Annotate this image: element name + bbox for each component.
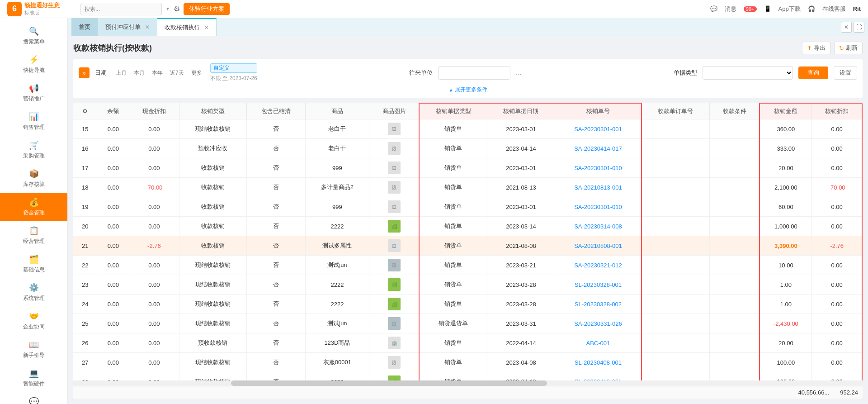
doc-number-link[interactable]: SA-20230301-001: [574, 126, 622, 133]
cell-5: 2222: [306, 217, 369, 236]
cell-2: 0.00: [129, 275, 179, 295]
sidebar-item-0[interactable]: 🔍搜索菜单: [0, 22, 67, 50]
sidebar-item-6[interactable]: 💰资金管理: [0, 193, 67, 221]
table-row: 160.000.00预收冲应收否老白干🖼销货单2023-04-14SA-2023…: [73, 139, 862, 158]
sidebar-item-11[interactable]: 📖新手引导: [0, 335, 67, 364]
sidebar-item-10[interactable]: 🤝企业协同: [0, 307, 67, 335]
table-scroll[interactable]: ⚙余额现金折扣核销类型包含已结清商品商品图片核销单据类型核销单据日期核销单号收款…: [73, 103, 863, 380]
cell-8: 2023-03-01: [487, 119, 555, 139]
online-service-label[interactable]: 在线客服: [822, 5, 846, 13]
sidebar-item-13[interactable]: 💬企业微信: [0, 392, 67, 404]
message-badge: 99+: [744, 6, 757, 12]
doc-number-link[interactable]: SA-20230331-026: [574, 320, 622, 327]
sidebar-item-2[interactable]: 📢营销推广: [0, 79, 67, 107]
cell-12: -2,430.00: [760, 314, 811, 333]
cell-2: 0.00: [129, 314, 179, 333]
product-image-thumb: 🖼: [388, 239, 401, 252]
message-label[interactable]: 消息: [725, 5, 736, 13]
sidebar-label-4: 采购管理: [23, 152, 45, 160]
tab-bar: 首页预付冲应付单✕收款核销执行✕ ✕ ⛶: [68, 18, 868, 36]
tab-close-1[interactable]: ✕: [145, 24, 150, 30]
doc-number-link[interactable]: SA-20230414-017: [574, 145, 622, 152]
date-options: 上月本月本年近7天更多: [113, 68, 205, 78]
doc-type-select[interactable]: [703, 66, 793, 80]
from-unit-input[interactable]: [438, 66, 510, 80]
sidebar-item-12[interactable]: 💻智能硬件: [0, 364, 67, 392]
doc-number-link[interactable]: SA-20230321-012: [574, 262, 622, 269]
tab-close-2[interactable]: ✕: [204, 24, 209, 31]
sidebar-item-3[interactable]: 📊销售管理: [0, 107, 67, 136]
gear-icon[interactable]: ⚙: [174, 5, 180, 13]
cell-11: [709, 275, 760, 295]
doc-number-link[interactable]: ABC-001: [586, 340, 610, 347]
doc-number-link[interactable]: SA-20230301-010: [574, 204, 622, 210]
cell-3: 预收款核销: [179, 333, 247, 353]
cell-1: 0.00: [97, 178, 129, 197]
cell-6: 🟩: [369, 295, 419, 314]
cell-11: [709, 217, 760, 236]
cell-9: SA-20230301-010: [555, 158, 642, 178]
date-option-4[interactable]: 更多: [189, 68, 205, 78]
doc-number-link[interactable]: SL-20230408-001: [575, 359, 622, 366]
sidebar-item-9[interactable]: ⚙️系统管理: [0, 278, 67, 307]
sidebar-item-4[interactable]: 🛒采购管理: [0, 136, 67, 164]
cell-12: 60.00: [760, 197, 811, 217]
cell-3: 现结收款核销: [179, 295, 247, 314]
cell-3: 收款核销: [179, 178, 247, 197]
product-image-thumb: 🟩: [388, 298, 401, 310]
cell-9: SA-20230414-017: [555, 139, 642, 158]
online-service-icon: 🎧: [808, 5, 815, 12]
app-download-label[interactable]: App下载: [778, 5, 801, 13]
logo-text: 畅捷通好生意 标准版: [24, 1, 60, 16]
cell-12: 1,000.00: [760, 217, 811, 236]
dropdown-arrow-icon[interactable]: ▼: [165, 6, 170, 11]
export-button[interactable]: ⬆ 导出: [802, 42, 830, 54]
sidebar-item-5[interactable]: 📦库存核算: [0, 164, 67, 193]
tab-item-0[interactable]: 首页: [71, 18, 98, 36]
sidebar-item-8[interactable]: 🗂️基础信息: [0, 250, 67, 278]
date-option-0[interactable]: 上月: [113, 68, 129, 78]
cell-11: [709, 178, 760, 197]
date-option-1[interactable]: 本月: [131, 68, 147, 78]
export-icon: ⬆: [807, 45, 812, 52]
sidebar-item-1[interactable]: ⚡快捷导航: [0, 50, 67, 79]
cell-12: 2,100.00: [760, 178, 811, 197]
query-button[interactable]: 查询: [798, 67, 828, 79]
top-search-input[interactable]: [80, 3, 162, 15]
date-option-3[interactable]: 近7天: [167, 68, 187, 78]
cell-11: [709, 353, 760, 372]
cell-4: 否: [247, 236, 306, 256]
doc-number-link[interactable]: SA-20230314-008: [574, 223, 622, 230]
doc-number-link[interactable]: SA-20230301-010: [574, 165, 622, 171]
fullscreen-button[interactable]: ⛶: [854, 22, 864, 33]
cell-9: SA-20230331-026: [555, 314, 642, 333]
cell-4: 否: [247, 333, 306, 353]
date-option-2[interactable]: 本年: [149, 68, 165, 78]
cell-6: 🖼: [369, 178, 419, 197]
sidebar-icon-0: 🔍: [29, 26, 39, 36]
cell-1: 0.00: [97, 275, 129, 295]
cell-4: 否: [247, 178, 306, 197]
cell-7: 销货单: [419, 353, 487, 372]
settings-button[interactable]: 设置: [834, 66, 857, 80]
tab-item-2[interactable]: 收款核销执行✕: [157, 18, 217, 36]
doc-number-link[interactable]: SL-20230328-002: [575, 301, 622, 308]
industry-button[interactable]: 休验行业方案: [184, 3, 230, 15]
cell-3: 现结收款核销: [179, 119, 247, 139]
sidebar-label-1: 快捷导航: [23, 67, 45, 74]
expand-more-button[interactable]: ∨ 展开更多条件: [79, 86, 857, 94]
tab-item-1[interactable]: 预付冲应付单✕: [98, 18, 157, 36]
close-tab-button[interactable]: ✕: [841, 22, 852, 33]
page-header: 收款核销执行(按收款) ⬆ 导出 ↻ 刷新: [73, 42, 863, 54]
doc-number-link[interactable]: SA-20210808-001: [574, 242, 622, 249]
sidebar-item-7[interactable]: 📋经营管理: [0, 221, 67, 250]
refresh-button[interactable]: ↻ 刷新: [834, 42, 863, 54]
sidebar-label-5: 库存核算: [23, 181, 45, 188]
date-custom[interactable]: 自定义: [210, 63, 257, 73]
doc-number-link[interactable]: SL-20230328-001: [575, 281, 622, 288]
doc-number-link[interactable]: SA-20210813-001: [574, 184, 622, 191]
col-header-settings: ⚙: [73, 103, 97, 119]
cell-12: 1.00: [760, 295, 811, 314]
expand-button[interactable]: »: [79, 67, 90, 78]
horizontal-scrollbar[interactable]: [73, 380, 863, 386]
